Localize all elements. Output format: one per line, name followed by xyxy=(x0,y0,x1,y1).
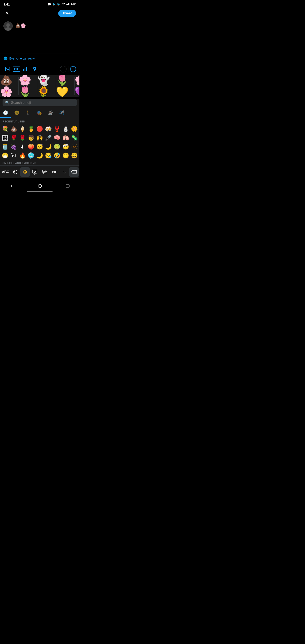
emoji-dotted-face[interactable]: 🫥 xyxy=(70,142,78,151)
emoji-wind[interactable]: 🌬 xyxy=(10,151,18,160)
emoji-mask[interactable]: 😷 xyxy=(1,151,10,160)
emoji-lobster[interactable]: 🦞 xyxy=(53,124,62,133)
emoji-suggestion-5[interactable]: 🌸💜 xyxy=(74,77,80,95)
status-bar: 3:41 💬 🐦 🐦 94% xyxy=(0,0,80,8)
emoji-pineapple[interactable]: 🍍 xyxy=(27,124,35,133)
search-input[interactable] xyxy=(11,101,74,105)
emoji-rose[interactable]: 🌹 xyxy=(18,133,27,142)
emoji-icecream[interactable]: 🍦 xyxy=(18,124,27,133)
emoji-lungs[interactable]: 🫁 xyxy=(61,133,70,142)
keyboard-delete-button[interactable]: ⌫ xyxy=(69,167,78,177)
emoji-rosebud[interactable]: 🌹 xyxy=(10,133,18,142)
image-icon[interactable] xyxy=(4,65,12,73)
svg-rect-9 xyxy=(23,69,24,71)
emoji-crescent[interactable]: 🌙 xyxy=(44,142,53,151)
emoji-snowman[interactable]: ⛄ xyxy=(61,124,70,133)
twitter-icon-2: 🐦 xyxy=(57,3,60,6)
emoji-bouquet[interactable]: 💐 xyxy=(1,124,10,133)
compose-area: 💩🌸 xyxy=(0,20,80,54)
svg-rect-19 xyxy=(44,172,47,174)
svg-point-22 xyxy=(38,184,42,188)
emoji-raised-hands[interactable]: 🙌 xyxy=(35,133,44,142)
keyboard-abc-button[interactable]: ABC xyxy=(1,167,10,177)
emoji-microbe[interactable]: 🦠 xyxy=(70,133,78,142)
emoji-family[interactable]: 👨‍👩‍👧 xyxy=(1,133,10,142)
tab-recent[interactable]: 🕐 xyxy=(0,108,11,118)
reply-setting[interactable]: 🌐 Everyone can reply xyxy=(0,54,80,63)
add-tweet-button[interactable]: + xyxy=(70,66,76,72)
emoji-brain[interactable]: 🧠 xyxy=(53,133,62,142)
emoji-poop[interactable]: 💩 xyxy=(10,124,18,133)
avatar-image xyxy=(4,22,13,31)
svg-point-13 xyxy=(14,172,15,172)
emoji-fire[interactable]: 🔥 xyxy=(18,151,27,160)
tab-activity[interactable]: 🎭 xyxy=(34,108,45,118)
twitter-icon-1: 🐦 xyxy=(52,3,56,6)
svg-point-14 xyxy=(16,172,16,172)
emoji-daisy[interactable]: 🌼 xyxy=(70,124,78,133)
svg-rect-1 xyxy=(67,4,68,5)
emoji-cold-face[interactable]: 🥶 xyxy=(27,151,35,160)
svg-rect-23 xyxy=(66,185,69,187)
emoji-beers[interactable]: 🍻 xyxy=(44,124,53,133)
location-icon[interactable] xyxy=(30,65,39,73)
keyboard-stickers-button[interactable] xyxy=(10,167,20,177)
search-icon: 🔍 xyxy=(5,100,9,105)
home-button[interactable] xyxy=(36,182,43,190)
header: ✕ Tweet xyxy=(0,8,80,20)
keyboard-gif-button[interactable]: GIF xyxy=(50,167,59,177)
emoji-boy[interactable]: 👦 xyxy=(27,133,35,142)
emoji-peach[interactable]: 🍑 xyxy=(27,142,35,151)
wifi-icon xyxy=(62,3,65,6)
tweet-button[interactable]: Tweet xyxy=(58,10,76,17)
keyboard-animated-button[interactable] xyxy=(30,167,40,177)
keyboard-kaomoji-button[interactable]: :-) xyxy=(60,167,69,177)
nav-bar xyxy=(0,180,80,191)
emoji-rofl[interactable]: 🤣 xyxy=(53,151,62,160)
globe-icon: 🌐 xyxy=(4,56,8,60)
char-counter xyxy=(60,66,66,72)
emoji-jar[interactable]: 🫙 xyxy=(1,142,10,151)
tab-smileys[interactable]: 😊 xyxy=(11,108,22,118)
emoji-thermometer[interactable]: 🌡 xyxy=(18,142,27,151)
emoji-bandaged[interactable]: 🤕 xyxy=(61,142,70,151)
emoji-strip[interactable]: 💩🌸 🌸🌷 👻🌻 🌷💛 🌸💜 xyxy=(0,75,80,97)
emoji-nauseated[interactable]: 🤢 xyxy=(53,142,62,151)
tweet-text[interactable]: 💩🌸 xyxy=(15,23,76,28)
compose-content[interactable]: 💩🌸 xyxy=(15,22,76,52)
svg-point-16 xyxy=(34,171,34,172)
home-indicator xyxy=(27,191,52,192)
recently-used-label: RECENTLY USED xyxy=(0,118,80,124)
tab-people[interactable]: 🚶 xyxy=(22,108,34,118)
emoji-keyboard: 🔍 🕐 😊 🚶 🎭 ☕ ✈️ RECENTLY USED 💐 💩 🍦 🍍 🔴 🍻… xyxy=(0,99,80,178)
svg-rect-10 xyxy=(24,68,26,71)
emoji-suggestion-1[interactable]: 💩🌸 xyxy=(0,77,19,95)
svg-point-12 xyxy=(13,170,17,174)
emoji-suggestion-4[interactable]: 🌷💛 xyxy=(56,77,74,95)
keyboard-stickers-alt-button[interactable] xyxy=(40,167,49,177)
emoji-grinning[interactable]: 😄 xyxy=(70,151,78,160)
smileys-label: SMILEYS AND EMOTIONS xyxy=(0,160,80,166)
compose-toolbar: GIF + xyxy=(0,63,80,75)
emoji-mic[interactable]: 🎤 xyxy=(44,133,53,142)
emoji-moon[interactable]: 🌙 xyxy=(35,151,44,160)
emoji-grapes[interactable]: 🍇 xyxy=(10,142,18,151)
emoji-red-circle[interactable]: 🔴 xyxy=(35,124,44,133)
back-button[interactable] xyxy=(8,182,15,190)
emoji-suggestion-3[interactable]: 👻🌻 xyxy=(37,77,56,95)
gif-icon[interactable]: GIF xyxy=(13,66,20,72)
emoji-sleepy[interactable]: 😴 xyxy=(35,142,44,151)
keyboard-emoji-button[interactable]: 😊 xyxy=(20,167,30,177)
emoji-suggestion-2[interactable]: 🌸🌷 xyxy=(19,77,37,95)
emoji-kissing[interactable]: 😙 xyxy=(61,151,70,160)
notification-icon: 💬 xyxy=(48,3,51,6)
emoji-tabs[interactable]: 🕐 😊 🚶 🎭 ☕ ✈️ xyxy=(0,108,80,118)
tab-travel[interactable]: ✈️ xyxy=(56,108,67,118)
emoji-sleepy2[interactable]: 😪 xyxy=(44,151,53,160)
recents-button[interactable] xyxy=(64,182,71,190)
poll-icon[interactable] xyxy=(21,65,30,73)
close-button[interactable]: ✕ xyxy=(4,10,11,17)
emoji-search-bar[interactable]: 🔍 xyxy=(2,99,77,106)
tab-food[interactable]: ☕ xyxy=(45,108,56,118)
toolbar-divider xyxy=(68,66,68,72)
